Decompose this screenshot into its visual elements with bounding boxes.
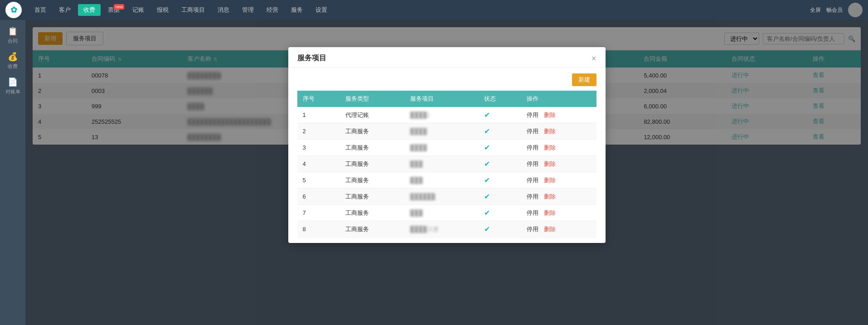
modal-col-status: 状态: [479, 91, 521, 107]
modal-cell-action[interactable]: 停用 删除: [521, 156, 596, 172]
top-nav: ✿ 首页 客户 收费 票据 new 记账 报税 工商项目 消息 管理 经营 服务…: [0, 0, 868, 20]
stop-button[interactable]: 停用: [527, 128, 538, 135]
stop-button[interactable]: 停用: [527, 209, 538, 216]
modal-col-item: 服务项目: [405, 91, 479, 107]
nav-shoufei[interactable]: 收费: [78, 4, 101, 16]
avatar[interactable]: [848, 3, 863, 17]
modal-col-seq: 序号: [297, 91, 340, 107]
nav-customer[interactable]: 客户: [53, 4, 76, 16]
member-label[interactable]: 畅会员: [826, 6, 843, 14]
modal-cell-status: ✔: [479, 221, 521, 238]
modal-cell-item: ███: [405, 156, 479, 172]
modal-table-row: 7 工商服务 ███ ✔ 停用 删除: [297, 205, 596, 221]
modal-col-type: 服务类型: [340, 91, 405, 107]
stop-button[interactable]: 停用: [527, 112, 538, 118]
top-right-actions: 全屏 畅会员: [810, 3, 863, 17]
modal-cell-item: ████1: [405, 107, 479, 123]
modal-cell-status: ✔: [479, 123, 521, 140]
modal-cell-action[interactable]: 停用 删除: [521, 205, 596, 221]
delete-button[interactable]: 删除: [544, 128, 556, 135]
nav-items: 首页 客户 收费 票据 new 记账 报税 工商项目 消息 管理 经营 服务 设…: [29, 4, 810, 16]
delete-button[interactable]: 删除: [544, 209, 556, 216]
shoufei-icon: 💰: [8, 52, 18, 62]
nav-shezhi[interactable]: 设置: [310, 4, 333, 16]
nav-piaoju[interactable]: 票据 new: [102, 4, 125, 16]
modal-table-wrapper: 序号 服务类型 服务项目 状态 操作 1 代理记账 ████1 ✔ 停用 删除 …: [297, 91, 596, 238]
modal-table-row: 6 工商服务 ██████ ✔ 停用 删除: [297, 189, 596, 205]
nav-gongshang[interactable]: 工商项目: [176, 4, 210, 16]
modal-cell-status: ✔: [479, 107, 521, 123]
modal-cell-action[interactable]: 停用 删除: [521, 189, 596, 205]
delete-button[interactable]: 删除: [544, 226, 556, 233]
modal-table-row: 4 工商服务 ███ ✔ 停用 删除: [297, 156, 596, 172]
modal-cell-seq: 5: [297, 172, 340, 189]
modal-cell-item: ████: [405, 123, 479, 140]
modal-cell-item: ███: [405, 172, 479, 189]
modal-table-row: 3 工商服务 ████ ✔ 停用 删除: [297, 140, 596, 156]
stop-button[interactable]: 停用: [527, 160, 538, 167]
hetong-icon: 📋: [8, 26, 18, 36]
modal-cell-type: 工商服务: [340, 189, 405, 205]
modal-cell-seq: 6: [297, 189, 340, 205]
modal-table-row: 8 工商服务 ████注册 ✔ 停用 删除: [297, 221, 596, 238]
modal-cell-status: ✔: [479, 140, 521, 156]
sidebar-item-duizhan-label: 对账单: [5, 88, 20, 95]
delete-button[interactable]: 删除: [544, 177, 556, 184]
modal-table-row: 1 代理记账 ████1 ✔ 停用 删除: [297, 107, 596, 123]
nav-fuwu[interactable]: 服务: [286, 4, 308, 16]
modal-cell-type: 工商服务: [340, 221, 405, 238]
sidebar-item-duizhan[interactable]: 📄 对账单: [1, 74, 24, 98]
modal-cell-type: 代理记账: [340, 107, 405, 123]
modal-cell-status: ✔: [479, 205, 521, 221]
modal-body: 新建 序号 服务类型 服务项目 状态 操作 1 代理记账: [288, 68, 606, 243]
modal-cell-action[interactable]: 停用 删除: [521, 107, 596, 123]
stop-button[interactable]: 停用: [527, 226, 538, 233]
delete-button[interactable]: 删除: [544, 144, 556, 151]
modal-cell-item: ████: [405, 140, 479, 156]
nav-xiaoxi[interactable]: 消息: [212, 4, 235, 16]
modal-cell-type: 工商服务: [340, 140, 405, 156]
delete-button[interactable]: 删除: [544, 112, 556, 118]
delete-button[interactable]: 删除: [544, 160, 556, 167]
nav-jizhang[interactable]: 记账: [127, 4, 150, 16]
modal-overlay[interactable]: 服务项目 × 新建 序号 服务类型 服务项目 状态 操作: [25, 20, 868, 325]
modal-table-row: 2 工商服务 ████ ✔ 停用 删除: [297, 123, 596, 140]
modal-cell-type: 工商服务: [340, 172, 405, 189]
modal-cell-status: ✔: [479, 156, 521, 172]
sidebar: 📋 合同 💰 收费 📄 对账单: [0, 20, 25, 325]
modal-col-action: 操作: [521, 91, 596, 107]
nav-home[interactable]: 首页: [29, 4, 52, 16]
duizhan-icon: 📄: [8, 77, 18, 87]
sidebar-item-hetong-label: 合同: [8, 38, 18, 44]
modal-cell-action[interactable]: 停用 删除: [521, 172, 596, 189]
modal-cell-seq: 3: [297, 140, 340, 156]
modal-cell-action[interactable]: 停用 删除: [521, 140, 596, 156]
delete-button[interactable]: 删除: [544, 193, 556, 200]
modal-cell-item: ███: [405, 205, 479, 221]
modal-cell-status: ✔: [479, 189, 521, 205]
modal-cell-status: ✔: [479, 172, 521, 189]
sidebar-item-shoufei[interactable]: 💰 收费: [1, 49, 24, 73]
stop-button[interactable]: 停用: [527, 193, 538, 200]
modal-new-button[interactable]: 新建: [572, 73, 596, 86]
fullscreen-label[interactable]: 全屏: [810, 6, 821, 14]
nav-baoshui[interactable]: 报税: [151, 4, 174, 16]
modal-title: 服务项目: [297, 53, 326, 63]
sidebar-item-hetong[interactable]: 📋 合同: [1, 24, 24, 47]
nav-guanli[interactable]: 管理: [237, 4, 259, 16]
modal-cell-action[interactable]: 停用 删除: [521, 123, 596, 140]
modal-header: 服务项目 ×: [288, 47, 606, 68]
modal-cell-type: 工商服务: [340, 156, 405, 172]
modal-close-button[interactable]: ×: [592, 54, 596, 63]
modal-table: 序号 服务类型 服务项目 状态 操作 1 代理记账 ████1 ✔ 停用 删除 …: [297, 91, 596, 238]
modal-cell-seq: 2: [297, 123, 340, 140]
new-badge: new: [114, 4, 124, 10]
modal-cell-item: ████注册: [405, 221, 479, 238]
modal-toolbar: 新建: [297, 73, 596, 86]
stop-button[interactable]: 停用: [527, 177, 538, 184]
modal-service-items: 服务项目 × 新建 序号 服务类型 服务项目 状态 操作: [288, 47, 606, 243]
nav-jingying[interactable]: 经营: [261, 4, 284, 16]
modal-cell-action[interactable]: 停用 删除: [521, 221, 596, 238]
modal-cell-seq: 1: [297, 107, 340, 123]
stop-button[interactable]: 停用: [527, 144, 538, 151]
